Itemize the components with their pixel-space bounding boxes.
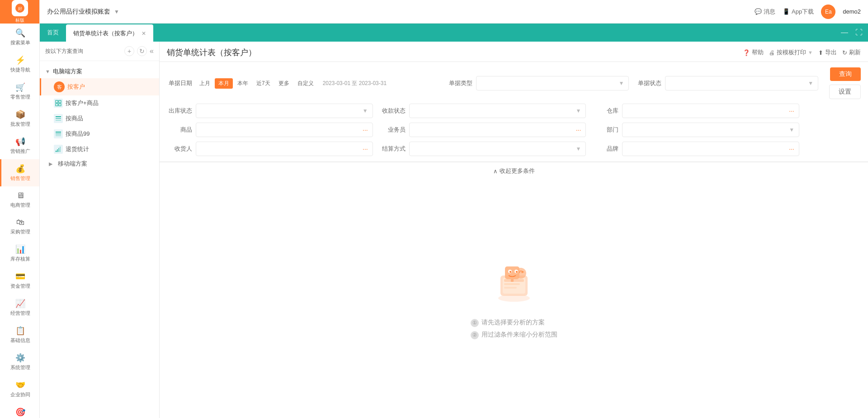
svg-rect-15	[60, 147, 61, 152]
sidebar-item-ecommerce[interactable]: 🖥 电商管理	[0, 186, 39, 213]
sales-stat-tab-label: 销货单统计表（按客户）	[73, 29, 138, 38]
sidebar-item-label: 企业协同	[10, 391, 30, 398]
sidebar-item-search-menu[interactable]: 🔍 搜索菜单	[0, 24, 39, 51]
sidebar-item-label: 基础信息	[10, 337, 30, 344]
search-menu-icon: 🔍	[15, 28, 25, 38]
mobile-scheme-group[interactable]: ▶ 移动端方案	[40, 157, 159, 171]
settlement-label: 结算方式	[380, 145, 406, 153]
sidebar-item-onboarding[interactable]: 🎯 新手引导	[0, 403, 39, 418]
tab-home[interactable]: 首页	[40, 24, 66, 42]
receipt-status-select[interactable]: ▼	[409, 104, 586, 118]
svg-rect-6	[56, 116, 61, 117]
sidebar-item-finance[interactable]: 💳 资金管理	[0, 267, 39, 294]
svg-point-29	[516, 271, 518, 273]
tab-close-icon[interactable]: ✕	[142, 30, 146, 37]
print-btn[interactable]: 🖨 按模板打印 ▼	[769, 48, 813, 57]
sidebar-item-retail[interactable]: 🛒 零售管理	[0, 78, 39, 105]
scheme-item-by-goods[interactable]: 按商品	[40, 111, 159, 126]
sidebar-item-wholesale[interactable]: 📦 批发管理	[0, 105, 39, 132]
svg-rect-19	[504, 279, 524, 282]
scheme-item-by-customer[interactable]: 客 按客户	[40, 78, 159, 95]
query-button[interactable]: 查询	[830, 67, 861, 81]
warehouse-select[interactable]: ···	[622, 104, 799, 118]
svg-rect-11	[56, 135, 61, 136]
tab-minimize-icon[interactable]: —	[839, 27, 850, 38]
sidebar-item-system[interactable]: ⚙️ 系统管理	[0, 348, 39, 375]
brand-filter-cell: 品牌 ···	[593, 142, 799, 156]
date-tab-last-month[interactable]: 上月	[196, 78, 214, 89]
stock-status-select[interactable]: ▼	[196, 104, 373, 118]
brand-select[interactable]: ···	[622, 142, 799, 156]
department-select[interactable]: ▼	[622, 123, 799, 137]
export-icon: ⬆	[818, 49, 823, 56]
add-scheme-btn[interactable]: +	[124, 46, 134, 56]
department-label: 部门	[593, 126, 618, 134]
operations-icon: 📈	[15, 299, 25, 309]
tab-sales-stat[interactable]: 销货单统计表（按客户） ✕	[66, 24, 153, 43]
order-status-label: 单据状态	[636, 79, 661, 87]
sidebar-item-label: 批发管理	[10, 121, 30, 128]
date-tab-more[interactable]: 更多	[275, 78, 293, 89]
group-arrow-right-icon: ▶	[49, 161, 52, 167]
help-label: 帮助	[752, 48, 764, 57]
user-avatar[interactable]: Ea	[821, 5, 835, 19]
refresh-btn[interactable]: ↻ 刷新	[842, 48, 861, 57]
app-logo[interactable]: 好 标版	[0, 0, 39, 24]
settings-button[interactable]: 设置	[829, 85, 861, 99]
department-dropdown-icon: ▼	[789, 127, 794, 133]
help-btn[interactable]: ❓ 帮助	[743, 48, 764, 57]
sidebar-item-marketing[interactable]: 📢 营销推广	[0, 132, 39, 159]
main-area: 办公用品行业模拟账套 ▼ 💬 消息 📱 App下载 Ea demo2 首页 销货…	[40, 0, 868, 418]
date-tab-this-month[interactable]: 本月	[215, 78, 233, 89]
svg-rect-21	[504, 287, 517, 289]
left-panel: 按以下方案查询 + ↻ « ▼ 电脑端方案 客 按客户	[40, 42, 160, 418]
sidebar-item-label: 零售管理	[10, 94, 30, 100]
scheme-item-by-goods-99[interactable]: 按商品99	[40, 126, 159, 142]
export-btn[interactable]: ⬆ 导出	[818, 48, 837, 57]
sidebar-item-quick-nav[interactable]: ⚡ 快捷导航	[0, 51, 39, 78]
by-customer-icon: 客	[54, 81, 65, 92]
salesperson-ellipsis: ···	[576, 126, 581, 133]
right-panel: 销货单统计表（按客户） ❓ 帮助 🖨 按模板打印 ▼ ⬆ 导出	[160, 42, 868, 418]
order-type-select[interactable]: ▼	[476, 76, 629, 90]
scheme-item-label: 按商品	[66, 114, 83, 123]
refresh-scheme-btn[interactable]: ↻	[137, 46, 147, 56]
scheme-item-label: 按客户	[67, 83, 85, 91]
collapse-more-btn[interactable]: ∧ 收起更多条件	[488, 165, 540, 177]
order-type-filter-cell: 单据类型 ▼	[447, 76, 629, 90]
username[interactable]: demo2	[843, 8, 861, 15]
wholesale-icon: 📦	[15, 109, 25, 119]
sidebar: 好 标版 🔍 搜索菜单 ⚡ 快捷导航 🛒 零售管理 📦 批发管理 📢 营销推广 …	[0, 0, 40, 418]
sidebar-item-inventory[interactable]: 📊 库存核算	[0, 240, 39, 267]
svg-rect-2	[56, 100, 58, 103]
sidebar-item-purchase[interactable]: 🛍 采购管理	[0, 213, 39, 240]
tab-maximize-icon[interactable]: ⛶	[854, 27, 864, 38]
sidebar-item-cooperation[interactable]: 🤝 企业协同	[0, 375, 39, 403]
order-status-select[interactable]: ▼	[665, 76, 818, 90]
date-tab-custom[interactable]: 自定义	[294, 78, 317, 89]
empty-illustration	[487, 255, 541, 309]
settlement-select[interactable]: ▼	[409, 142, 586, 156]
desktop-scheme-group[interactable]: ▼ 电脑端方案	[40, 65, 159, 78]
goods-filter-cell: 商品 ···	[167, 123, 373, 137]
sidebar-item-base-info[interactable]: 📋 基础信息	[0, 321, 39, 348]
messages-btn[interactable]: 💬 消息	[755, 8, 775, 16]
salesperson-select[interactable]: ···	[409, 123, 586, 137]
action-buttons: 查询 设置	[829, 67, 861, 99]
sidebar-item-operations[interactable]: 📈 经营管理	[0, 294, 39, 321]
date-tab-this-year[interactable]: 本年	[234, 78, 252, 89]
header-dropdown-icon[interactable]: ▼	[114, 9, 119, 15]
date-tab-7days[interactable]: 近7天	[253, 78, 274, 89]
goods-select[interactable]: ···	[196, 123, 373, 137]
settlement-dropdown-icon: ▼	[576, 146, 581, 152]
tab-bar: 首页 销货单统计表（按客户） ✕ — ⛶	[40, 24, 868, 42]
scheme-item-return-stats[interactable]: 退货统计	[40, 142, 159, 157]
consignee-select[interactable]: ···	[196, 142, 373, 156]
filter-row-2: 出库状态 ▼ 收款状态 ▼ 仓库	[167, 104, 861, 118]
sidebar-item-sales[interactable]: 💰 销售管理	[0, 159, 39, 186]
app-download-btn[interactable]: 📱 App下载	[783, 8, 814, 16]
stock-status-label: 出库状态	[167, 107, 192, 115]
collapse-panel-btn[interactable]: «	[150, 47, 154, 55]
scheme-item-by-customer-goods[interactable]: 按客户+商品	[40, 95, 159, 111]
filter-row-1: 单据日期 上月 本月 本年 近7天 更多 自定义 2023-03-01 至 20…	[167, 67, 861, 99]
